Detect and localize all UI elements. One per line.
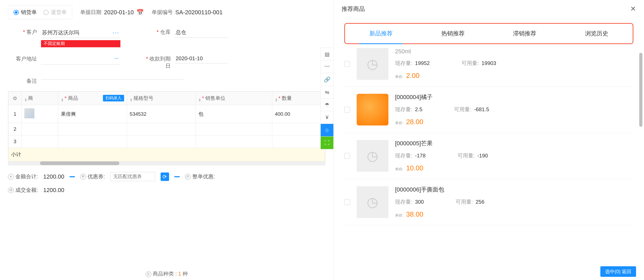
warehouse-input[interactable]: 总仓: [175, 27, 228, 38]
doc-no-label: 单据编号: [152, 9, 173, 16]
select-return-button[interactable]: 选中(0) 返回: [600, 266, 636, 277]
product-item[interactable]: ◷ [0000006]手撕面包 现存量:300 可用量:256 单价:38.00: [344, 179, 633, 225]
price-value: 10.00: [406, 164, 423, 172]
customer-label: 客户: [8, 27, 37, 36]
doc-no-value: SA-20200110-001: [175, 9, 223, 16]
available-value: 19903: [482, 60, 496, 66]
side-umbrella-icon[interactable]: ☂: [321, 99, 333, 111]
sale-order-radio[interactable]: 销货单: [13, 9, 37, 16]
col-unit[interactable]: ▲▼* 销售单位: [196, 92, 272, 105]
package-icon: ☰: [146, 271, 151, 277]
yen-icon: ¥: [8, 174, 14, 180]
col-qty[interactable]: ▲▼* 数量: [272, 92, 325, 105]
stock-label: 现存量:: [395, 153, 412, 158]
customer-lookup-icon[interactable]: ···: [112, 29, 119, 36]
available-label: 可用量:: [461, 60, 479, 66]
due-input[interactable]: 2020-01-10: [175, 54, 228, 63]
discount-label: 整单优惠:: [192, 173, 215, 180]
return-order-radio[interactable]: 退货单: [43, 9, 67, 16]
col-idx[interactable]: ▲▼商: [22, 92, 58, 105]
product-item[interactable]: [0000004]橘子 现存量:2.5 可用量:-681.5 单价:28.00: [344, 87, 633, 133]
doc-date-field[interactable]: 单据日期 2020-01-10 📅: [80, 9, 144, 16]
price-value: 38.00: [406, 210, 423, 218]
scan-input-button[interactable]: 扫码录入: [103, 95, 124, 101]
address-input[interactable]: ﹀: [41, 54, 120, 64]
remark-input[interactable]: [41, 76, 184, 80]
price-label: 单价:: [395, 167, 403, 171]
stock-value: 19952: [415, 60, 430, 66]
stock-label: 现存量:: [395, 106, 412, 112]
gear-icon[interactable]: ⚙: [13, 96, 17, 101]
recommend-tabs: 新品推荐热销推荐滞销推荐浏览历史: [344, 23, 633, 44]
recommend-tab-3[interactable]: 浏览历史: [561, 24, 633, 43]
side-chart-icon[interactable]: 〰: [321, 60, 333, 73]
available-value: 256: [476, 199, 484, 205]
available-label: 可用量:: [456, 199, 473, 205]
side-star-icon[interactable]: ☆: [321, 124, 333, 137]
minus-icon: [70, 176, 75, 177]
warehouse-value: 总仓: [176, 29, 186, 36]
coupon-label: 优惠券:: [88, 173, 105, 180]
col-product[interactable]: ▲▼* 商品扫码录入: [58, 92, 127, 105]
amount-value: 1200.00: [43, 173, 65, 180]
doc-no-field: 单据编号 SA-20200110-001: [152, 9, 223, 16]
product-checkbox[interactable]: [344, 199, 350, 205]
product-item[interactable]: ◷ 250ml 现存量:19952 可用量:19903 单价:2.00: [344, 48, 633, 87]
recommend-tab-0[interactable]: 新品推荐: [345, 24, 417, 43]
side-expand-icon[interactable]: ⛶: [321, 137, 333, 149]
horizontal-scrollbar[interactable]: [8, 161, 325, 165]
doc-header: 销货单 退货单 单据日期 2020-01-10 📅 单据编号 SA-202001…: [8, 5, 325, 19]
return-order-label: 退货单: [51, 9, 67, 16]
product-item[interactable]: ◷ [0000005]芒果 现存量:-178 可用量:-190 单价:10.00: [344, 133, 633, 179]
warehouse-label: 仓库: [142, 27, 171, 36]
calendar-icon[interactable]: 📅: [137, 9, 144, 16]
price-value: 28.00: [406, 118, 423, 126]
table-row[interactable]: 2: [8, 123, 325, 136]
deal-value: 1200.00: [43, 187, 65, 194]
side-list-icon[interactable]: ▤: [321, 48, 333, 60]
price-label: 单价:: [395, 213, 403, 217]
product-image: ◷: [357, 140, 388, 172]
side-toolbar: ▤ 〰 🔗 ⇋ ☂ ¥ ☆ ⛶: [320, 48, 334, 150]
product-image: ◷: [357, 186, 388, 218]
stock-value: -178: [415, 153, 426, 158]
customer-input[interactable]: 苏州万达沃尔玛 ···: [41, 27, 120, 38]
footer-summary: ☰ 商品种类 : 1 种: [0, 270, 333, 277]
price-value: 2.00: [406, 72, 420, 80]
coupon-icon: 券: [80, 174, 86, 180]
address-label: 客户地址: [8, 54, 37, 62]
price-label: 单价:: [395, 74, 403, 79]
side-currency-icon[interactable]: ¥: [321, 111, 333, 124]
vertical-scrollbar[interactable]: [639, 53, 642, 127]
stock-value: 300: [415, 199, 424, 205]
recommend-tab-2[interactable]: 滞销推荐: [489, 24, 561, 43]
subtotal-row: 小计: [8, 148, 325, 161]
product-list[interactable]: ◷ 250ml 现存量:19952 可用量:19903 单价:2.00 [000…: [334, 48, 644, 280]
product-checkbox[interactable]: [344, 61, 350, 67]
close-icon[interactable]: ✕: [630, 5, 636, 13]
product-checkbox[interactable]: [344, 153, 350, 159]
chevron-down-icon[interactable]: ﹀: [114, 55, 119, 63]
due-label: 收款到期日: [142, 54, 171, 69]
product-checkbox[interactable]: [344, 107, 350, 113]
refresh-button[interactable]: ⟳: [161, 172, 169, 181]
product-image: [357, 94, 388, 125]
due-value: 2020-01-10: [176, 55, 203, 62]
stock-label: 现存量:: [395, 199, 412, 205]
table-row[interactable]: 3: [8, 136, 325, 148]
stock-value: 2.5: [415, 106, 423, 112]
doc-date-label: 单据日期: [80, 9, 101, 16]
side-swap-icon[interactable]: ⇋: [321, 86, 333, 99]
remark-label: 备注: [8, 76, 37, 85]
coupon-input[interactable]: [110, 172, 155, 181]
price-label: 单价:: [395, 121, 403, 125]
deal-icon: 成: [8, 187, 14, 193]
amount-label: 金额合计:: [15, 173, 38, 180]
line-items-table: ⚙ ▲▼商 ▲▼* 商品扫码录入 ▲▼规格型号 ▲▼* 销售单位 ▲▼* 数量 …: [8, 91, 325, 165]
side-link-icon[interactable]: 🔗: [321, 73, 333, 86]
discount-icon: 折: [185, 174, 191, 180]
recommend-tab-1[interactable]: 热销推荐: [417, 24, 489, 43]
col-spec[interactable]: ▲▼规格型号: [127, 92, 196, 105]
footer-count: 1: [178, 271, 181, 277]
table-row[interactable]: 1果倍爽534532包400.00: [8, 105, 325, 123]
